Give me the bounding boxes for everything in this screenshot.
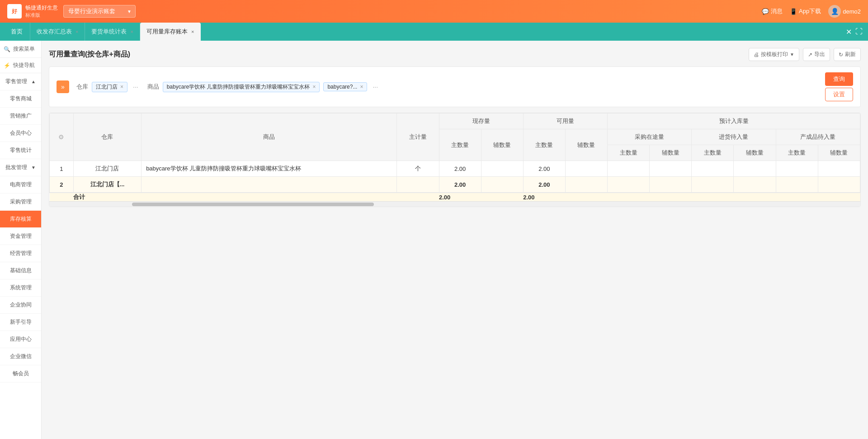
query-btn[interactable]: 查询 [825,72,853,86]
maximize-icon[interactable]: ⛶ [855,28,863,36]
footer-current-main: 2.00 [439,193,481,201]
user-area[interactable]: 👤 demo2 [828,5,861,18]
scroll-thumb[interactable] [132,203,374,206]
logo-icon: 好 [7,4,22,19]
row-production-arriving-aux [818,161,860,177]
sidebar-item-retail-mall[interactable]: 零售商城 [0,90,41,108]
col-production-arriving-aux: 辅数量 [818,145,860,161]
sidebar-item-ecommerce[interactable]: 电商管理 [0,176,41,194]
sidebar-item-sys-mgmt[interactable]: 系统管理 [0,279,41,297]
message-btn[interactable]: 💬 消息 [762,7,783,15]
arrow-icon: ▲ [31,79,36,84]
close-window-icon[interactable]: ✕ [846,28,852,36]
page-header: 可用量查询(按仓库+商品) 🖨 按模板打印 ▼ ↗ 导出 ↻ 刷新 [49,48,861,61]
row-available-main: 2.00 [523,161,565,177]
product-tag-2[interactable]: babycare?... × [323,82,367,91]
footer-empty-1 [50,193,74,201]
subtotal-purchase-transit-aux [650,177,692,193]
footer-available-aux [565,193,607,201]
tab-order-stats[interactable]: 要货单统计表 × [85,23,140,41]
col-production-arriving: 产成品待入量 [776,129,860,145]
footer-available-main: 2.00 [523,193,565,201]
subtotal-product [142,177,397,193]
sidebar-search[interactable]: 🔍 搜索菜单 [0,41,41,58]
top-bar-right: 💬 消息 📱 App下载 👤 demo2 [762,5,861,18]
filter-panel: » 仓库 江北门店 × ··· 商品 babycare学饮杯 儿童防摔防撞吸管杯… [49,66,861,107]
sidebar-item-app-center[interactable]: 应用中心 [0,331,41,348]
col-product: 商品 [142,113,397,161]
top-bar: 好 畅捷通好生意 标准版 母婴行业演示账套 ▼ 💬 消息 📱 App下载 👤 d… [0,0,868,23]
row-index: 1 [50,161,74,177]
table-row-subtotal: 2 江北门店【... 2.00 2.00 [50,177,860,193]
sidebar-item-member[interactable]: 畅会员 [0,365,41,382]
close-tab-available-stock[interactable]: × [191,29,194,34]
col-current-aux: 辅数量 [481,129,523,161]
tab-home[interactable]: 首页 [4,23,30,41]
footer-purchase-arriving-aux [734,193,776,201]
subtotal-available-aux [565,177,607,193]
sidebar-item-basic-info[interactable]: 基础信息 [0,262,41,279]
sidebar-item-business-mgmt[interactable]: 经营管理 [0,245,41,262]
sidebar-item-member-center[interactable]: 会员中心 [0,125,41,142]
tab-bar: 首页 收发存汇总表 × 要货单统计表 × 可用量库存账本 × ✕ ⛶ [0,23,868,41]
warehouse-filter-group: 仓库 江北门店 × ··· [76,82,140,92]
search-icon: 🔍 [4,46,10,52]
sidebar-item-new-guide[interactable]: 新手引导 [0,314,41,331]
main-layout: 🔍 搜索菜单 ⚡ 快捷导航 零售管理 ▲ 零售商城 营销推广 会员中心 零售统计… [0,41,868,439]
sidebar-item-purchase-mgmt[interactable]: 采购管理 [0,194,41,211]
sidebar-item-marketing[interactable]: 营销推广 [0,108,41,125]
subtotal-warehouse: 江北门店【... [73,177,141,193]
print-dropdown-icon: ▼ [790,52,794,57]
subtotal-current-aux [481,177,523,193]
sidebar-item-wholesale-mgmt[interactable]: 批发管理 ▼ [0,159,41,176]
col-production-arriving-main: 主数量 [776,145,818,161]
product-filter-group: 商品 babycare学饮杯 儿童防摔防撞吸管杯重力球吸嘴杯宝宝水杯 × bab… [147,82,380,92]
col-purchase-arriving: 进货待入量 [692,129,776,145]
page-actions: 🖨 按模板打印 ▼ ↗ 导出 ↻ 刷新 [749,48,861,61]
row-production-arriving-main [776,161,818,177]
refresh-btn[interactable]: ↻ 刷新 [834,48,861,61]
message-icon: 💬 [762,8,769,15]
warehouse-tag[interactable]: 江北门店 × [92,82,127,92]
tab-available-stock[interactable]: 可用量库存账本 × [140,23,201,41]
filter-toggle[interactable]: » [57,80,69,93]
subtotal-available-main: 2.00 [523,177,565,193]
print-icon: 🖨 [754,52,759,58]
col-purchase-transit: 采购在途量 [608,129,692,145]
subtotal-production-arriving-aux [818,177,860,193]
col-available: 可用量 [523,113,607,129]
sidebar-item-retail-stats[interactable]: 零售统计 [0,142,41,159]
tab-receipts[interactable]: 收发存汇总表 × [30,23,85,41]
product-more[interactable]: ··· [371,83,380,90]
sidebar-quick-nav[interactable]: ⚡ 快捷导航 [0,58,41,73]
close-tab-order-stats[interactable]: × [130,29,133,34]
sidebar-item-enterprise-wechat[interactable]: 企业微信 [0,348,41,365]
sidebar-item-finance[interactable]: 资金管理 [0,228,41,245]
sidebar-item-retail-mgmt[interactable]: 零售管理 ▲ [0,73,41,90]
remove-product-tag-1[interactable]: × [312,84,316,90]
scroll-track[interactable] [49,201,860,207]
subtotal-purchase-arriving-aux [734,177,776,193]
col-current-main: 主数量 [439,129,481,161]
footer-production-arriving-aux [818,193,860,201]
close-tab-receipts[interactable]: × [75,29,78,34]
row-current-aux [481,161,523,177]
logo-area: 好 畅捷通好生意 标准版 [7,4,58,19]
tenant-selector[interactable]: 母婴行业演示账套 ▼ [63,5,136,18]
sidebar-item-inventory[interactable]: 库存核算 [0,211,41,228]
content-area: 可用量查询(按仓库+商品) 🖨 按模板打印 ▼ ↗ 导出 ↻ 刷新 [42,41,868,439]
app-download-btn[interactable]: 📱 App下载 [790,7,821,15]
filter-settings-btn[interactable]: 设置 [825,88,853,101]
row-product: babycare学饮杯 儿童防摔防撞吸管杯重力球吸嘴杯宝宝水杯 [142,161,397,177]
remove-product-tag-2[interactable]: × [360,84,363,90]
footer-purchase-transit-aux [650,193,692,201]
product-tag-1[interactable]: babycare学饮杯 儿童防摔防撞吸管杯重力球吸嘴杯宝宝水杯 × [163,82,320,92]
print-btn[interactable]: 🖨 按模板打印 ▼ [749,48,799,61]
remove-warehouse-tag[interactable]: × [120,84,123,90]
sidebar-item-enterprise-coop[interactable]: 企业协同 [0,297,41,314]
col-gear[interactable]: ⚙ [50,113,74,161]
footer-current-aux [481,193,523,201]
warehouse-more[interactable]: ··· [131,83,140,90]
row-purchase-transit-main [608,161,650,177]
export-btn[interactable]: ↗ 导出 [803,48,830,61]
